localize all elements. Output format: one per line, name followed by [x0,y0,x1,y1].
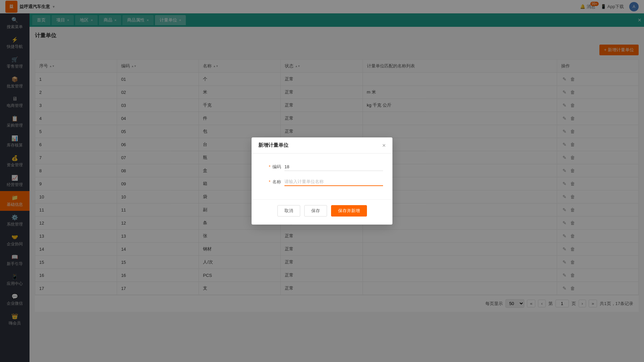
name-input[interactable] [284,178,383,186]
name-field-row: * 名称 [261,178,383,186]
required-mark: * [269,179,270,184]
modal-close-button[interactable]: × [382,142,386,148]
name-label: * 名称 [261,179,281,185]
modal-header: 新增计量单位 × [252,137,392,154]
modal-footer: 取消 保存 保存并新增 [252,199,392,225]
modal-title: 新增计量单位 [258,142,288,148]
modal-body: * 编码 * 名称 [252,154,392,199]
save-button[interactable]: 保存 [304,205,327,217]
add-measure-modal: 新增计量单位 × * 编码 * 名称 取消 保存 保存并新增 [252,137,392,225]
required-mark: * [269,164,270,169]
code-input[interactable] [284,163,383,171]
code-label: * 编码 [261,164,281,170]
code-field-row: * 编码 [261,163,383,171]
modal-overlay[interactable]: 新增计量单位 × * 编码 * 名称 取消 保存 保存并新增 [0,0,644,362]
cancel-button[interactable]: 取消 [277,205,300,217]
save-add-button[interactable]: 保存并新增 [331,205,367,217]
